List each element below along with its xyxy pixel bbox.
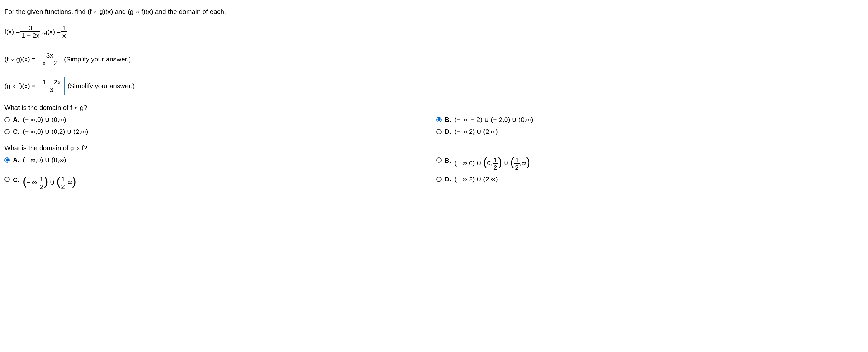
fog-answer-box[interactable]: 3x x − 2 [39, 50, 61, 68]
simplify-hint-2: (Simplify your answer.) [68, 82, 134, 90]
simplify-hint: (Simplify your answer.) [64, 56, 131, 63]
comma: , [41, 28, 43, 36]
g-fraction: 1 x [61, 24, 67, 39]
question-header: For the given functions, find (f ∘ g)(x)… [0, 0, 868, 45]
q2-option-d[interactable]: D. (− ∞,2) ∪ (2,∞) [436, 175, 856, 190]
q1-option-b[interactable]: B. (− ∞, − 2) ∪ (− 2,0) ∪ (0,∞) [436, 116, 856, 124]
q2-option-b-math: (− ∞,0) ∪ (0,12) ∪ (12,∞) [455, 156, 530, 171]
gof-label: (g ∘ f)(x) = [4, 82, 36, 90]
fog-label: (f ∘ g)(x) = [4, 56, 36, 63]
radio-icon[interactable] [4, 177, 10, 182]
q2-option-c[interactable]: C. (− ∞,12) ∪ (12,∞) [4, 175, 424, 190]
q2-options: A. (− ∞,0) ∪ (0,∞) B. (− ∞,0) ∪ (0,12) ∪… [4, 156, 856, 190]
radio-icon[interactable] [436, 157, 441, 163]
radio-icon[interactable] [4, 129, 10, 135]
radio-icon[interactable] [436, 117, 441, 122]
g-label: g(x) = [43, 28, 61, 36]
fog-answer-row: (f ∘ g)(x) = 3x x − 2 (Simplify your ans… [4, 50, 864, 68]
q1-option-a[interactable]: A. (− ∞,0) ∪ (0,∞) [4, 116, 424, 124]
q1-title: What is the domain of f ∘ g? [4, 104, 864, 111]
q2-title: What is the domain of g ∘ f? [4, 144, 864, 152]
q2-option-c-math: (− ∞,12) ∪ (12,∞) [23, 175, 76, 190]
function-definitions: f(x) = 3 1 − 2x , g(x) = 1 x [4, 24, 864, 39]
radio-icon[interactable] [4, 157, 10, 163]
q2-option-a[interactable]: A. (− ∞,0) ∪ (0,∞) [4, 156, 424, 171]
answers-section: (f ∘ g)(x) = 3x x − 2 (Simplify your ans… [0, 45, 868, 204]
q1-option-d[interactable]: D. (− ∞,2) ∪ (2,∞) [436, 128, 856, 135]
q2-option-b[interactable]: B. (− ∞,0) ∪ (0,12) ∪ (12,∞) [436, 156, 856, 171]
radio-icon[interactable] [436, 129, 441, 135]
q1-options: A. (− ∞,0) ∪ (0,∞) B. (− ∞, − 2) ∪ (− 2,… [4, 116, 856, 135]
q1-option-c[interactable]: C. (− ∞,0) ∪ (0,2) ∪ (2,∞) [4, 128, 424, 135]
f-fraction: 3 1 − 2x [20, 24, 40, 39]
radio-icon[interactable] [436, 177, 441, 182]
radio-icon[interactable] [4, 117, 10, 122]
f-label: f(x) = [4, 28, 20, 36]
gof-answer-row: (g ∘ f)(x) = 1 − 2x 3 (Simplify your ans… [4, 77, 864, 95]
prompt-text: For the given functions, find (f ∘ g)(x)… [4, 8, 864, 15]
gof-answer-box[interactable]: 1 − 2x 3 [39, 77, 65, 95]
